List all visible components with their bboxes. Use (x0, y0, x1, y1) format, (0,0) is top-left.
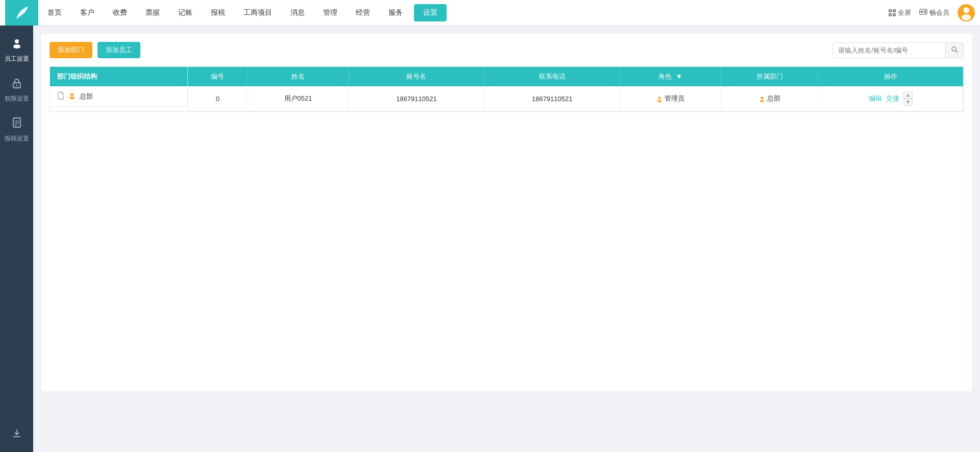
nav-item-operation[interactable]: 经营 (347, 0, 379, 26)
col-name: 姓名 (248, 67, 349, 86)
role-filter-icon[interactable]: ▼ (676, 73, 682, 80)
sidebar: 员工设置 权限设置 报税设置 (0, 26, 33, 452)
user-avatar[interactable] (958, 4, 975, 21)
row-scroll-btns: ▲ ▼ (903, 91, 913, 106)
lock-svg (12, 78, 22, 89)
action-交接[interactable]: 交接 (886, 94, 899, 103)
cell-dept: 总部 (721, 86, 818, 111)
svg-rect-2 (893, 10, 895, 12)
svg-point-10 (963, 7, 969, 13)
svg-point-15 (16, 85, 17, 86)
nav-item-service[interactable]: 服务 (379, 0, 412, 26)
employee-tbody: 0用户05211867911052118679110521 管理员 总部编辑交接… (188, 86, 963, 111)
member-label: 畅会员 (929, 8, 949, 17)
content-card: 添加部门 添加员工 部门组织结构 (41, 34, 972, 391)
avatar-icon (959, 5, 974, 20)
add-dept-button[interactable]: 添加部门 (50, 42, 92, 58)
nav-item-customer[interactable]: 客户 (71, 0, 104, 26)
nav-right: 全屏 畅会员 (889, 4, 975, 21)
dept-file-icon (57, 91, 64, 101)
svg-point-11 (962, 14, 971, 20)
svg-point-21 (952, 47, 956, 51)
role-icon (656, 96, 663, 102)
role-person-icon (656, 94, 663, 102)
member-btn[interactable]: 畅会员 (919, 8, 949, 17)
svg-point-23 (70, 93, 74, 96)
nav-item-business[interactable]: 工商项目 (234, 0, 281, 26)
col-role: 角色 ▼ (620, 67, 721, 86)
search-input[interactable] (833, 43, 945, 57)
sidebar-item-employee-label: 员工设置 (5, 55, 29, 63)
svg-point-13 (13, 44, 20, 49)
logo (5, 0, 38, 26)
dept-panel-header: 部门组织结构 (50, 67, 187, 86)
top-nav: 首页 客户 收费 票据 记账 报税 工商项目 消息 管理 经营 服务 设置 全屏 (0, 0, 980, 26)
col-phone: 联系电话 (484, 67, 620, 86)
sidebar-item-permission[interactable]: 权限设置 (0, 70, 33, 110)
table-layout: 部门组织结构 (50, 66, 964, 112)
search-box (832, 42, 964, 58)
download-icon (12, 428, 22, 440)
nav-item-settings[interactable]: 设置 (414, 4, 447, 21)
sidebar-item-permission-label: 权限设置 (5, 94, 29, 103)
fullscreen-btn[interactable]: 全屏 (889, 8, 911, 17)
sidebar-item-employee[interactable]: 员工设置 (0, 31, 33, 70)
employee-icon (11, 38, 22, 49)
cell-name: 用户0521 (248, 86, 349, 111)
sidebar-item-tax-label: 报税设置 (5, 134, 29, 143)
toolbar-left: 添加部门 添加员工 (50, 42, 140, 58)
col-account: 账号名 (349, 67, 484, 86)
action-编辑[interactable]: 编辑 (869, 94, 882, 103)
dept-person-icon2 (759, 94, 765, 102)
svg-point-12 (15, 39, 19, 43)
table-header-row: 编号 姓名 账号名 联系电话 角色 ▼ 所属部门 操作 (188, 67, 963, 86)
nav-item-accounting[interactable]: 记账 (169, 0, 202, 26)
search-button[interactable] (945, 43, 963, 58)
nav-item-invoice[interactable]: 票据 (136, 0, 169, 26)
col-id: 编号 (188, 67, 248, 86)
scroll-up-btn[interactable]: ▲ (903, 91, 913, 99)
svg-rect-3 (889, 14, 891, 16)
nav-item-billing[interactable]: 收费 (104, 0, 136, 26)
main-content: 添加部门 添加员工 部门组织结构 (33, 26, 980, 452)
dept-icon2 (759, 96, 765, 102)
emp-table: 编号 姓名 账号名 联系电话 角色 ▼ 所属部门 操作 (187, 66, 964, 112)
sidebar-item-download[interactable] (10, 421, 24, 447)
layout: 员工设置 权限设置 报税设置 (0, 26, 980, 452)
sidebar-bottom (10, 421, 24, 452)
sidebar-item-tax-settings[interactable]: 报税设置 (0, 110, 33, 150)
search-icon (951, 46, 958, 53)
svg-point-6 (921, 11, 923, 13)
svg-line-22 (955, 51, 958, 53)
cell-id: 0 (188, 86, 248, 111)
person-dept-icon (68, 92, 76, 99)
cell-phone: 18679110521 (484, 86, 620, 111)
dept-person-icon (68, 92, 76, 101)
svg-point-24 (69, 97, 75, 99)
nav-items: 首页 客户 收费 票据 记账 报税 工商项目 消息 管理 经营 服务 设置 (38, 0, 889, 26)
download-svg (12, 428, 22, 438)
scroll-down-btn[interactable]: ▼ (903, 99, 913, 106)
file-icon (57, 91, 64, 100)
report-svg (12, 117, 22, 129)
col-action: 操作 (818, 67, 963, 86)
nav-item-tax[interactable]: 报税 (202, 0, 234, 26)
nav-item-manage[interactable]: 管理 (314, 0, 347, 26)
svg-rect-16 (13, 118, 20, 127)
svg-point-26 (657, 100, 662, 102)
svg-rect-1 (889, 10, 891, 12)
cell-account: 18679110521 (349, 86, 484, 111)
add-emp-button[interactable]: 添加员工 (97, 42, 140, 58)
svg-point-25 (658, 97, 661, 99)
lock-icon (12, 78, 22, 91)
dept-item-name: 总部 (80, 92, 93, 101)
dept-panel: 部门组织结构 (50, 66, 187, 112)
nav-item-message[interactable]: 消息 (281, 0, 314, 26)
cell-role: 管理员 (620, 86, 721, 111)
fullscreen-icon (889, 9, 896, 16)
svg-rect-4 (893, 14, 895, 16)
nav-item-home[interactable]: 首页 (38, 0, 71, 26)
dept-item-headquarters[interactable]: 总部 (50, 86, 187, 107)
logo-icon (13, 4, 31, 22)
cell-actions[interactable]: 编辑交接 ▲ ▼ (818, 86, 963, 111)
